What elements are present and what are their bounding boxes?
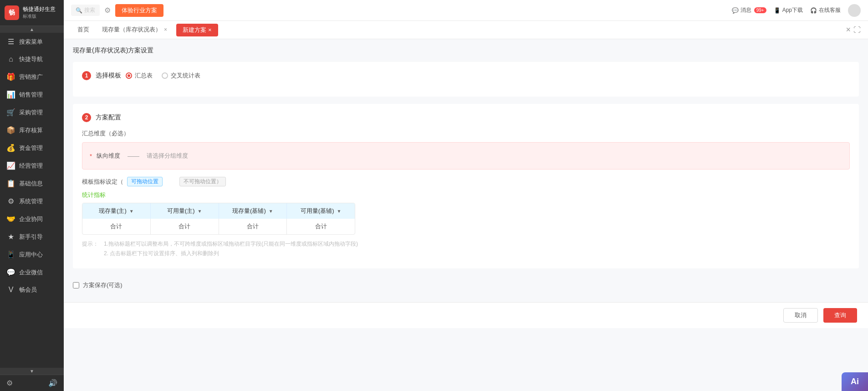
template-radio-group: 汇总表 交叉统计表 <box>126 72 200 80</box>
sidebar-label-member: 畅会员 <box>19 286 37 294</box>
sidebar-scroll-up[interactable]: ▲ <box>0 26 64 33</box>
sidebar-label-purchase: 采购管理 <box>19 108 43 117</box>
sidebar-item-app[interactable]: 📱 应用中心 <box>0 246 64 263</box>
section2-title: 方案配置 <box>96 113 121 122</box>
topbar-left: 🔍 搜索 ⚙ 体验行业方案 <box>71 4 163 17</box>
save-checkbox[interactable] <box>73 282 79 288</box>
sidebar-item-inventory[interactable]: 📦 库存核算 <box>0 121 64 139</box>
sidebar-item-guide[interactable]: ★ 新手引导 <box>0 228 64 246</box>
section2-num: 2 <box>82 113 91 122</box>
tabs-bar: 首页 现存量（库存状况表） × 新建方案 × × ⛶ <box>64 21 868 39</box>
indicator-settings-label: 模板指标设定（ 可拖动位置 不可拖动位置） <box>82 177 850 186</box>
sidebar-label-quick-nav: 快捷导航 <box>19 55 43 63</box>
app-download-label: App下载 <box>782 6 803 14</box>
sidebar-item-search-menu[interactable]: ☰ 搜索菜单 <box>0 33 64 51</box>
page-title: 现存量(库存状况表)方案设置 <box>73 46 859 55</box>
col-dropdown-1[interactable]: ▼ <box>198 209 202 214</box>
sidebar-label-coop: 企业协同 <box>19 215 43 223</box>
sidebar-item-basic[interactable]: 📋 基础信息 <box>0 175 64 192</box>
topbar-search-box[interactable]: 🔍 搜索 <box>71 5 100 16</box>
tab-new-plan[interactable]: 新建方案 × <box>176 24 218 36</box>
col-label-1: 可用量(主) <box>167 207 195 215</box>
sidebar-item-finance[interactable]: 💰 资金管理 <box>0 139 64 157</box>
finance-icon: 💰 <box>6 144 15 152</box>
member-icon: V <box>6 286 15 294</box>
section1-title: 选择模板 <box>96 72 121 80</box>
sidebar-item-sys[interactable]: ⚙ 系统管理 <box>0 192 64 210</box>
indicator-col-1: 可用量(主) ▼ <box>151 203 219 219</box>
sidebar-item-marketing[interactable]: 🎁 营销推广 <box>0 68 64 86</box>
footer-buttons: 取消 查询 <box>64 302 868 328</box>
search-menu-icon: ☰ <box>6 37 15 46</box>
sidebar-item-purchase[interactable]: 🛒 采购管理 <box>0 103 64 121</box>
topbar-gear-icon[interactable]: ⚙ <box>104 6 111 15</box>
tips-section: 提示： 1.拖动标题栏可以调整布局，不可跨维度或指标区域拖动栏目字段(只能在同一… <box>82 240 850 257</box>
sidebar-item-quick-nav[interactable]: ⌂ 快捷导航 <box>0 51 64 68</box>
content-area: 现存量(库存状况表)方案设置 1 选择模板 汇总表 交叉统计表 <box>64 39 868 391</box>
purchase-icon: 🛒 <box>6 108 15 117</box>
indicator-settings: 模板指标设定（ 可拖动位置 不可拖动位置） 统计指标 现存量(主) ▼ <box>82 177 850 235</box>
ai-float-button[interactable]: Ai <box>842 372 868 391</box>
marketing-icon: 🎁 <box>6 72 15 81</box>
sidebar: 畅 畅捷通好生意 标准版 ▲ ☰ 搜索菜单 ⌂ 快捷导航 🎁 营销推广 📊 销售… <box>0 0 64 391</box>
guide-icon: ★ <box>6 232 15 241</box>
sidebar-item-member[interactable]: V 畅会员 <box>0 281 64 298</box>
col-dropdown-3[interactable]: ▼ <box>337 209 342 214</box>
main-area: 🔍 搜索 ⚙ 体验行业方案 💬 消息 99+ 📱 App下载 🎧 在线客服 <box>64 0 868 391</box>
ops-icon: 📈 <box>6 161 15 170</box>
message-item[interactable]: 💬 消息 99+ <box>732 6 766 14</box>
online-service-item[interactable]: 🎧 在线客服 <box>810 6 841 14</box>
sidebar-item-coop[interactable]: 🤝 企业协同 <box>0 210 64 228</box>
online-service-label: 在线客服 <box>819 6 841 14</box>
message-icon: 💬 <box>732 7 739 14</box>
dimension-label: 纵向维度 <box>97 152 120 160</box>
radio-cross-dot <box>162 72 168 79</box>
user-avatar[interactable] <box>848 4 861 17</box>
tab-inventory-label: 现存量（库存状况表） <box>102 26 161 34</box>
search-placeholder: 搜索 <box>84 6 95 14</box>
stats-label: 统计指标 <box>82 191 850 199</box>
app-icon: 📱 <box>6 250 15 259</box>
audio-icon[interactable]: 🔊 <box>48 379 57 387</box>
message-badge: 99+ <box>754 7 766 13</box>
tab-panel-close-icon[interactable]: × <box>846 25 851 35</box>
tab-new-plan-close-icon[interactable]: × <box>208 26 212 33</box>
tab-inventory-status[interactable]: 现存量（库存状况表） × <box>96 21 174 39</box>
content-inner: 现存量(库存状况表)方案设置 1 选择模板 汇总表 交叉统计表 <box>64 39 868 302</box>
radio-summary[interactable]: 汇总表 <box>126 72 153 80</box>
sidebar-scroll-down[interactable]: ▼ <box>0 368 64 375</box>
search-icon: 🔍 <box>76 7 82 14</box>
sidebar-bottom: ⚙ 🔊 <box>0 375 64 391</box>
indicator-table-body: 合计 合计 合计 合计 <box>82 219 355 234</box>
radio-cross[interactable]: 交叉统计表 <box>162 72 200 80</box>
indicator-label-sep <box>168 178 174 186</box>
coop-icon: 🤝 <box>6 215 15 223</box>
tab-inventory-close-icon[interactable]: × <box>164 26 167 33</box>
query-button[interactable]: 查询 <box>823 308 857 323</box>
radio-cross-label: 交叉统计表 <box>171 72 200 80</box>
col-dropdown-0[interactable]: ▼ <box>129 209 134 214</box>
col-label-0: 现存量(主) <box>99 207 127 215</box>
dimension-placeholder[interactable]: 请选择分组维度 <box>147 152 188 160</box>
sidebar-item-sales[interactable]: 📊 销售管理 <box>0 86 64 103</box>
sidebar-label-guide: 新手引导 <box>19 233 43 241</box>
trial-btn[interactable]: 体验行业方案 <box>115 4 163 17</box>
dimension-form-label: 汇总维度（必选） <box>82 129 850 138</box>
tab-home[interactable]: 首页 <box>71 21 96 39</box>
dimension-dash: —— <box>128 153 139 159</box>
indicator-cell-0-1: 合计 <box>151 219 219 234</box>
quick-nav-icon: ⌂ <box>6 55 15 63</box>
col-dropdown-2[interactable]: ▼ <box>269 209 273 214</box>
settings-icon[interactable]: ⚙ <box>6 379 13 387</box>
cancel-button[interactable]: 取消 <box>783 308 818 323</box>
tip2: 2. 点击标题栏下拉可设置排序、插入列和删除列 <box>82 250 850 257</box>
topbar: 🔍 搜索 ⚙ 体验行业方案 💬 消息 99+ 📱 App下载 🎧 在线客服 <box>64 0 868 21</box>
tab-panel-expand-icon[interactable]: ⛶ <box>853 26 861 34</box>
sidebar-label-marketing: 营销推广 <box>19 73 43 81</box>
sidebar-item-ops[interactable]: 📈 经营管理 <box>0 157 64 175</box>
indicator-cell-0-3: 合计 <box>287 219 355 234</box>
sidebar-item-ent-wx[interactable]: 💬 企业微信 <box>0 263 64 281</box>
app-download-item[interactable]: 📱 App下载 <box>774 6 803 14</box>
app-download-icon: 📱 <box>774 7 781 14</box>
section2-header: 2 方案配置 <box>82 113 850 122</box>
